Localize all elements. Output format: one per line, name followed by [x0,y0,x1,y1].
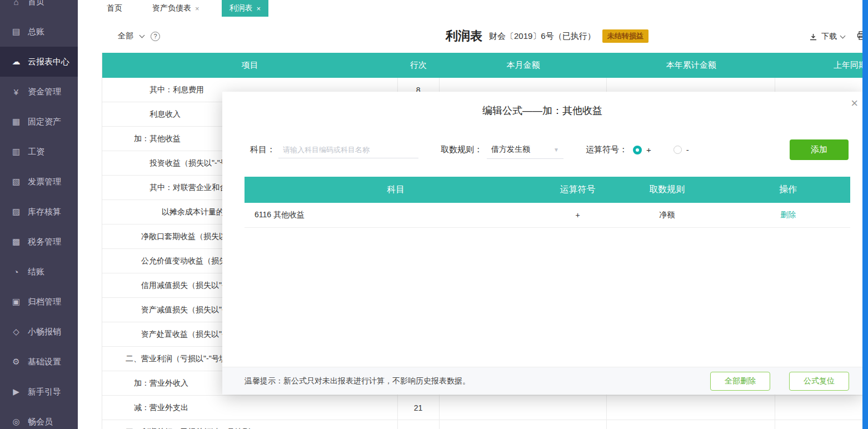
sidebar-item-label: 固定资产 [28,117,61,127]
column-header-ytd-amount: 本年累计金额 [607,53,775,78]
ledger-icon: ▤ [11,27,21,37]
tab-label: 利润表 [230,3,253,13]
add-button[interactable]: 添加 [790,139,849,160]
formula-form: 科目： 取数规则： 借方发生额 ▼ 运算符号： + - 添加 [250,139,849,160]
expense-icon: ◇ [11,327,21,337]
subject-input[interactable] [278,142,418,158]
table-header-row: 项目 行次 本月金额 本年累计金额 上年同期金额 [102,53,868,78]
rule-label: 取数规则： [441,144,482,155]
tab-bar: 首页 资产负债表 × 利润表 × [78,0,868,17]
tip-text: 温馨提示：新公式只对未出报表进行计算，不影响历史报表数据。 [245,376,470,386]
sidebar-item-membership[interactable]: ◎ 畅会员 [0,407,78,429]
help-icon[interactable]: ? [151,32,160,41]
sidebar-item-label: 基础设置 [28,357,61,367]
close-icon[interactable]: × [195,4,199,13]
column-header-month-amount: 本月金额 [440,53,607,78]
sidebar-item-label: 云报表中心 [28,57,69,67]
column-header-item: 项目 [102,53,398,78]
radio-unselected-icon[interactable] [674,146,682,154]
sidebar-item-label: 库存核算 [28,207,61,217]
gear-icon: ⚙ [11,357,21,367]
formula-table-header: 科目 运算符号 取数规则 操作 [245,177,850,203]
sidebar-item-settings[interactable]: ⚙ 基础设置 [0,347,78,377]
tab-home[interactable]: 首页 [99,0,130,17]
operator-label: 运算符号： [586,144,627,155]
table-row[interactable]: 减：营业外支出 21 [102,396,868,420]
download-icon [809,33,817,41]
rule-select[interactable]: 借方发生额 ▼ [487,141,563,159]
sidebar: ⌂ 首页 ▤ 总账 ☁ 云报表中心 ¥ 资金管理 ▦ 固定资产 ▥ 工资 ▧ 发… [0,0,78,429]
home-icon: ⌂ [11,0,21,7]
dialog-footer: 温馨提示：新公式只对未出报表进行计算，不影响历史报表数据。 全部删除 公式复位 [222,367,862,395]
operator-minus-radio[interactable]: - [674,145,689,154]
download-button[interactable]: 下载 [809,32,845,42]
chevron-down-icon [840,33,846,38]
sidebar-item-invoice[interactable]: ▧ 发票管理 [0,167,78,197]
delete-all-button[interactable]: 全部删除 [710,372,770,391]
tab-balance-sheet[interactable]: 资产负债表 × [144,0,207,17]
download-label: 下载 [821,32,837,42]
operator-minus-text: - [686,145,689,154]
guide-icon: ▶ [11,387,21,397]
chevron-down-icon: ▼ [553,147,559,153]
delete-link[interactable]: 删除 [780,210,796,220]
membership-icon: ◎ [11,417,21,427]
sidebar-item-cloud-report-center[interactable]: ☁ 云报表中心 [0,47,78,77]
rule-selected-value: 借方发生额 [491,144,530,154]
column-header-operator: 运算符号 [547,177,608,203]
report-title-group: 利润表 财会〔2019〕6号（已执行） 未结转损益 [446,28,648,44]
sidebar-item-label: 工资 [28,147,44,157]
tab-income-statement[interactable]: 利润表 × [222,0,269,17]
funds-icon: ¥ [11,87,21,97]
report-toolbar: 全部 ? 利润表 财会〔2019〕6号（已执行） 未结转损益 下载 [78,17,868,53]
filter-label: 全部 [118,31,133,41]
sidebar-menu: ⌂ 首页 ▤ 总账 ☁ 云报表中心 ¥ 资金管理 ▦ 固定资产 ▥ 工资 ▧ 发… [0,0,78,429]
edit-formula-dialog: 编辑公式——加：其他收益 × 科目： 取数规则： 借方发生额 ▼ 运算符号： +… [222,92,862,395]
sidebar-item-general-ledger[interactable]: ▤ 总账 [0,17,78,47]
closing-icon: ◔ [11,267,21,277]
sidebar-item-label: 资金管理 [28,87,61,97]
sidebar-item-expense[interactable]: ◇ 小畅报销 [0,317,78,347]
close-icon[interactable]: × [851,97,858,109]
tab-label: 首页 [107,3,122,13]
sidebar-item-archive[interactable]: ▣ 归档管理 [0,287,78,317]
sidebar-item-label: 税务管理 [28,237,61,247]
inventory-icon: ▨ [11,207,21,217]
sidebar-item-label: 畅会员 [28,417,53,427]
table-row[interactable]: 三、利润总额（亏损总额以"-"号填列） 22 135.00 135.00 [102,420,868,429]
operator-plus-radio[interactable]: + [633,145,651,154]
sidebar-item-tax[interactable]: ▩ 税务管理 [0,227,78,257]
sidebar-item-label: 新手引导 [28,387,61,397]
right-edge-strip [862,0,868,429]
radio-selected-icon[interactable] [633,146,642,154]
page-title: 利润表 [446,28,482,44]
sidebar-item-label: 结账 [28,267,44,277]
column-header-rule: 取数规则 [608,177,726,203]
dialog-title: 编辑公式——加：其他收益 [222,104,862,117]
formula-reset-button[interactable]: 公式复位 [789,372,849,391]
sidebar-item-label: 首页 [28,0,44,7]
sidebar-item-label: 归档管理 [28,297,61,307]
sidebar-item-fixed-assets[interactable]: ▦ 固定资产 [0,107,78,137]
archive-icon: ▣ [11,297,21,307]
rule-cell: 净额 [608,203,726,227]
column-header-line-no: 行次 [398,53,440,78]
cloud-report-icon: ☁ [11,57,21,67]
fixed-assets-icon: ▦ [11,117,21,127]
sidebar-item-payroll[interactable]: ▥ 工资 [0,137,78,167]
status-badge: 未结转损益 [602,29,648,43]
column-header-subject: 科目 [245,177,547,203]
report-subtitle: 财会〔2019〕6号（已执行） [489,31,596,42]
sidebar-item-funds[interactable]: ¥ 资金管理 [0,77,78,107]
sidebar-item-inventory[interactable]: ▨ 库存核算 [0,197,78,227]
invoice-icon: ▧ [11,177,21,187]
sidebar-item-label: 小畅报销 [28,327,61,337]
sidebar-item-closing[interactable]: ◔ 结账 [0,257,78,287]
sidebar-item-guide[interactable]: ▶ 新手引导 [0,377,78,407]
scope-filter-dropdown[interactable]: 全部 ? [118,31,160,41]
tab-label: 资产负债表 [152,3,191,13]
column-header-action: 操作 [726,177,850,203]
subject-label: 科目： [250,144,275,155]
close-icon[interactable]: × [257,4,261,13]
sidebar-item-home[interactable]: ⌂ 首页 [0,0,78,17]
